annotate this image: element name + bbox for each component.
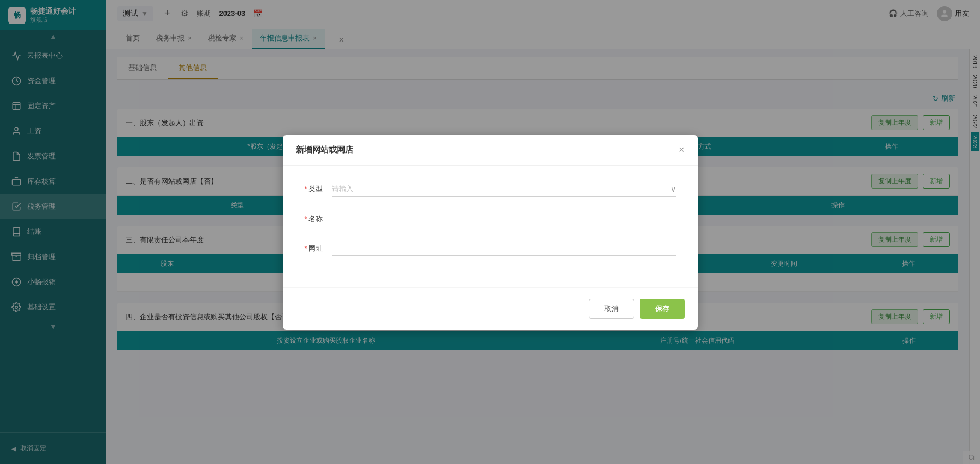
field-url: *网址: [305, 242, 676, 256]
type-dropdown-icon[interactable]: ∨: [670, 185, 676, 193]
type-input-wrapper: ∨: [332, 182, 676, 197]
dialog-title: 新增网站或网店: [296, 145, 353, 155]
url-input-wrapper: [332, 242, 676, 256]
dialog-overlay: 新增网站或网店 × *类型 ∨: [0, 0, 980, 464]
save-btn[interactable]: 保存: [640, 299, 685, 319]
dialog-close-btn[interactable]: ×: [679, 145, 685, 155]
type-input[interactable]: [332, 185, 670, 193]
dialog-body: *类型 ∨ *名称: [283, 166, 698, 287]
dialog-footer: 取消 保存: [283, 287, 698, 330]
dialog-header: 新增网站或网店 ×: [283, 135, 698, 166]
url-input[interactable]: [332, 244, 676, 252]
dialog-add-website: 新增网站或网店 × *类型 ∨: [283, 135, 698, 330]
cancel-btn[interactable]: 取消: [589, 299, 634, 319]
name-input-wrapper: [332, 212, 676, 226]
field-name: *名称: [305, 212, 676, 226]
field-type: *类型 ∨: [305, 182, 676, 197]
name-input[interactable]: [332, 215, 676, 223]
